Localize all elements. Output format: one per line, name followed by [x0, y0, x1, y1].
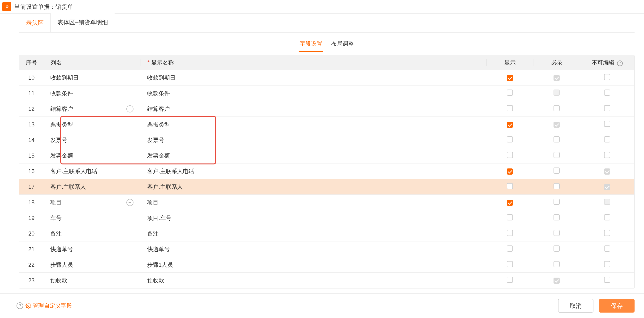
tab-primary-0[interactable]: 表头区: [19, 13, 51, 32]
expand-button[interactable]: +: [126, 105, 134, 112]
help-icon[interactable]: ?: [617, 60, 623, 66]
row-name: 发票金额: [44, 152, 140, 160]
row-locked-cell: [580, 277, 634, 284]
row-display-name[interactable]: 发票金额: [140, 152, 486, 160]
save-button[interactable]: 保存: [599, 299, 634, 312]
tabs-secondary: 字段设置布局调整: [19, 33, 634, 52]
col-header-seq: 序号: [19, 59, 44, 66]
row-required-cell: [533, 105, 580, 113]
row-display-name[interactable]: 快递单号: [140, 246, 486, 253]
row-show-cell: [486, 121, 533, 128]
checkbox[interactable]: [604, 74, 610, 80]
checkbox[interactable]: [604, 90, 610, 96]
checkbox[interactable]: [554, 214, 560, 220]
checkbox: [604, 199, 610, 205]
row-seq: 10: [19, 74, 44, 81]
row-display-name[interactable]: 步骤1人员: [140, 261, 486, 268]
row-display-name[interactable]: 备注: [140, 230, 486, 238]
tab-secondary-0[interactable]: 字段设置: [298, 40, 323, 52]
manage-custom-fields-link[interactable]: 管理自定义字段: [26, 302, 72, 310]
row-locked-cell: [580, 214, 634, 222]
col-header-name: 列名: [44, 59, 140, 66]
checkbox[interactable]: [554, 168, 560, 174]
row-display-name[interactable]: 项目.车号: [140, 214, 486, 222]
checkbox[interactable]: [507, 152, 513, 158]
row-display-name[interactable]: 收款条件: [140, 90, 486, 97]
checkbox[interactable]: [507, 90, 513, 96]
tab-secondary-1[interactable]: 布局调整: [330, 40, 355, 52]
row-display-name[interactable]: 客户.主联系人: [140, 183, 486, 191]
row-show-cell: [486, 214, 533, 222]
row-required-cell: [533, 74, 580, 81]
row-display-name[interactable]: 票据类型: [140, 121, 486, 128]
checkbox[interactable]: [507, 75, 513, 81]
row-show-cell: [486, 261, 533, 268]
svg-point-0: [28, 305, 29, 306]
checkbox[interactable]: [507, 214, 513, 220]
checkbox[interactable]: [507, 261, 513, 267]
checkbox[interactable]: [554, 230, 560, 236]
row-name: 备注: [44, 230, 140, 238]
checkbox[interactable]: [604, 105, 610, 111]
row-display-name[interactable]: 项目: [140, 199, 486, 206]
checkbox[interactable]: [554, 152, 560, 158]
checkbox[interactable]: [507, 122, 513, 128]
cancel-button[interactable]: 取消: [558, 299, 594, 312]
checkbox[interactable]: [554, 199, 560, 205]
table-row: 15发票金额发票金额: [19, 148, 634, 164]
row-seq: 14: [19, 137, 44, 144]
row-display-name[interactable]: 客户.主联系人电话: [140, 168, 486, 175]
checkbox[interactable]: [604, 230, 610, 236]
expand-button[interactable]: +: [126, 199, 134, 206]
row-name: 票据类型: [44, 121, 140, 128]
checkbox[interactable]: [507, 168, 513, 174]
row-name: 快递单号: [44, 246, 140, 253]
row-required-cell: [533, 90, 580, 97]
checkbox[interactable]: [604, 152, 610, 158]
row-display-name[interactable]: 收款到期日: [140, 74, 486, 82]
checkbox[interactable]: [507, 277, 513, 283]
checkbox[interactable]: [507, 246, 513, 252]
checkbox[interactable]: [604, 136, 610, 142]
checkbox[interactable]: [604, 246, 610, 252]
row-display-name[interactable]: 结算客户: [140, 105, 486, 113]
row-required-cell: [533, 246, 580, 253]
header-bar: 当前设置单据：销货单: [0, 0, 644, 14]
row-seq: 16: [19, 168, 44, 174]
row-show-cell: [486, 277, 533, 284]
tab-primary-1[interactable]: 表体区–销货单明细: [51, 13, 114, 32]
checkbox[interactable]: [554, 246, 560, 252]
row-locked-cell: [580, 168, 634, 174]
checkbox[interactable]: [507, 136, 513, 142]
row-display-name[interactable]: 发票号: [140, 136, 486, 144]
row-show-cell: [486, 136, 533, 144]
checkbox[interactable]: [554, 261, 560, 267]
checkbox[interactable]: [507, 183, 513, 189]
row-seq: 12: [19, 106, 44, 112]
row-seq: 21: [19, 246, 44, 252]
table-row: 19车号项目.车号: [19, 210, 634, 226]
checkbox[interactable]: [507, 230, 513, 236]
checkbox: [554, 75, 560, 81]
checkbox[interactable]: [604, 121, 610, 127]
checkbox[interactable]: [604, 261, 610, 267]
row-display-name[interactable]: 预收款: [140, 277, 486, 284]
row-required-cell: [533, 277, 580, 284]
checkbox[interactable]: [604, 214, 610, 220]
sidebar-toggle[interactable]: [2, 2, 11, 11]
row-required-cell: [533, 199, 580, 206]
checkbox[interactable]: [507, 105, 513, 111]
help-icon[interactable]: ?: [16, 302, 23, 309]
row-locked-cell: [580, 74, 634, 82]
checkbox[interactable]: [554, 136, 560, 142]
checkbox[interactable]: [604, 277, 610, 283]
row-locked-cell: [580, 121, 634, 128]
row-show-cell: [486, 152, 533, 160]
checkbox[interactable]: [554, 105, 560, 111]
row-locked-cell: [580, 261, 634, 268]
checkbox[interactable]: [554, 183, 560, 189]
row-show-cell: [486, 105, 533, 113]
table-row: 17客户.主联系人客户.主联系人: [19, 179, 634, 195]
row-seq: 18: [19, 199, 44, 206]
checkbox[interactable]: [507, 200, 513, 206]
